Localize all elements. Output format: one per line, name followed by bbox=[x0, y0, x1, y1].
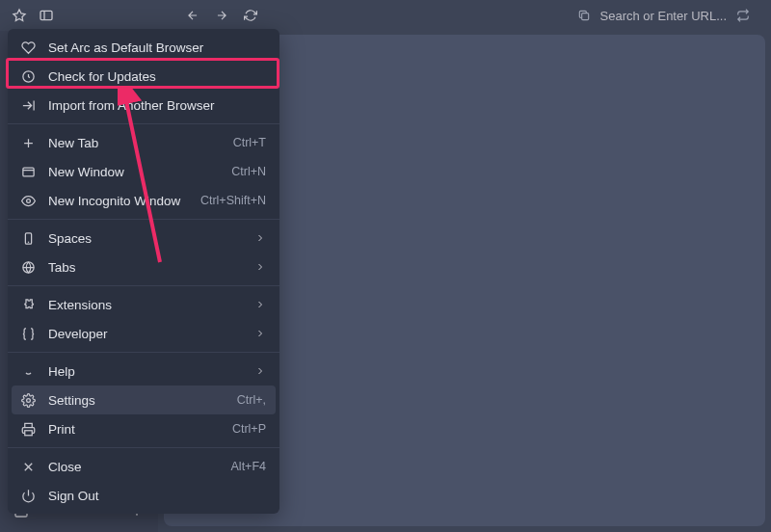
sidebar-toggle-icon[interactable] bbox=[35, 4, 58, 27]
menu-item-extensions[interactable]: Extensions bbox=[8, 290, 279, 319]
chevron-right-icon bbox=[254, 328, 266, 339]
svg-rect-3 bbox=[22, 168, 33, 176]
menu-shortcut: Ctrl+Shift+N bbox=[200, 194, 266, 207]
menu-item-label: Help bbox=[48, 364, 254, 379]
braces-icon bbox=[19, 325, 37, 342]
device-icon bbox=[19, 229, 37, 247]
menu-item-developer[interactable]: Developer bbox=[8, 319, 279, 348]
heart-icon bbox=[19, 39, 37, 56]
close-icon bbox=[19, 458, 37, 475]
back-button[interactable] bbox=[181, 4, 204, 27]
menu-separator bbox=[8, 123, 279, 124]
import-icon bbox=[19, 96, 37, 114]
menu-item-label: Developer bbox=[48, 327, 254, 341]
menu-item-label: New Incognito Window bbox=[48, 194, 200, 208]
menu-item-sign-out[interactable]: Sign Out bbox=[8, 481, 279, 510]
menu-shortcut: Ctrl+P bbox=[232, 422, 266, 436]
eye-icon bbox=[19, 192, 37, 209]
app-menu-icon[interactable] bbox=[8, 4, 31, 27]
svg-point-7 bbox=[26, 398, 30, 402]
menu-separator bbox=[8, 447, 279, 448]
menu-item-label: Check for Updates bbox=[48, 69, 266, 84]
window-icon bbox=[19, 163, 37, 180]
swap-icon[interactable] bbox=[734, 7, 752, 24]
menu-item-spaces[interactable]: Spaces bbox=[8, 224, 279, 253]
menu-item-new-tab[interactable]: New Tab Ctrl+T bbox=[8, 128, 279, 157]
menu-item-label: Import from Another Browser bbox=[48, 98, 266, 113]
menu-item-close[interactable]: Close Alt+F4 bbox=[8, 452, 279, 481]
menu-shortcut: Ctrl+, bbox=[237, 393, 266, 407]
menu-item-label: Set Arc as Default Browser bbox=[48, 40, 266, 55]
gear-icon bbox=[19, 391, 37, 409]
url-bar[interactable]: Search or Enter URL... bbox=[575, 7, 764, 24]
menu-item-new-window[interactable]: New Window Ctrl+N bbox=[8, 157, 279, 186]
menu-separator bbox=[8, 352, 279, 353]
forward-button[interactable] bbox=[210, 4, 233, 27]
puzzle-icon bbox=[19, 296, 37, 313]
power-icon bbox=[19, 487, 37, 504]
menu-item-settings[interactable]: Settings Ctrl+, bbox=[12, 386, 276, 414]
url-placeholder: Search or Enter URL... bbox=[600, 9, 728, 23]
menu-item-label: Tabs bbox=[48, 260, 254, 275]
menu-item-label: Spaces bbox=[48, 231, 254, 246]
menu-shortcut: Alt+F4 bbox=[231, 460, 266, 473]
refresh-button[interactable] bbox=[239, 4, 262, 27]
svg-point-4 bbox=[26, 199, 30, 202]
svg-rect-1 bbox=[581, 13, 588, 20]
menu-item-label: New Tab bbox=[48, 136, 233, 150]
menu-separator bbox=[8, 219, 279, 220]
update-icon bbox=[19, 67, 37, 85]
globe-icon bbox=[19, 258, 37, 276]
menu-item-label: Close bbox=[48, 460, 231, 474]
menu-item-label: New Window bbox=[48, 165, 231, 179]
svg-rect-0 bbox=[40, 11, 52, 19]
menu-item-label: Settings bbox=[48, 393, 237, 408]
menu-item-label: Extensions bbox=[48, 298, 254, 312]
svg-rect-8 bbox=[24, 430, 32, 435]
menu-item-label: Sign Out bbox=[48, 489, 266, 503]
menu-shortcut: Ctrl+N bbox=[231, 165, 266, 178]
menu-item-import[interactable]: Import from Another Browser bbox=[8, 91, 279, 120]
main-menu: Set Arc as Default Browser Check for Upd… bbox=[8, 29, 279, 514]
chevron-right-icon bbox=[254, 365, 266, 377]
chevron-right-icon bbox=[254, 261, 266, 273]
nav-controls bbox=[181, 4, 262, 27]
toolbar: Search or Enter URL... bbox=[0, 0, 771, 31]
copy-url-icon[interactable] bbox=[575, 7, 593, 24]
menu-item-set-default[interactable]: Set Arc as Default Browser bbox=[8, 33, 279, 62]
chevron-right-icon bbox=[254, 232, 266, 244]
menu-item-check-updates[interactable]: Check for Updates bbox=[8, 62, 279, 91]
printer-icon bbox=[19, 420, 37, 438]
menu-item-incognito[interactable]: New Incognito Window Ctrl+Shift+N bbox=[8, 186, 279, 215]
menu-item-print[interactable]: Print Ctrl+P bbox=[8, 414, 279, 443]
menu-item-tabs[interactable]: Tabs bbox=[8, 253, 279, 281]
menu-item-help[interactable]: Help bbox=[8, 357, 279, 386]
menu-item-label: Print bbox=[48, 422, 232, 437]
smile-icon bbox=[19, 362, 37, 380]
plus-icon bbox=[19, 134, 37, 151]
menu-shortcut: Ctrl+T bbox=[233, 136, 266, 149]
menu-separator bbox=[8, 285, 279, 286]
chevron-right-icon bbox=[254, 299, 266, 310]
